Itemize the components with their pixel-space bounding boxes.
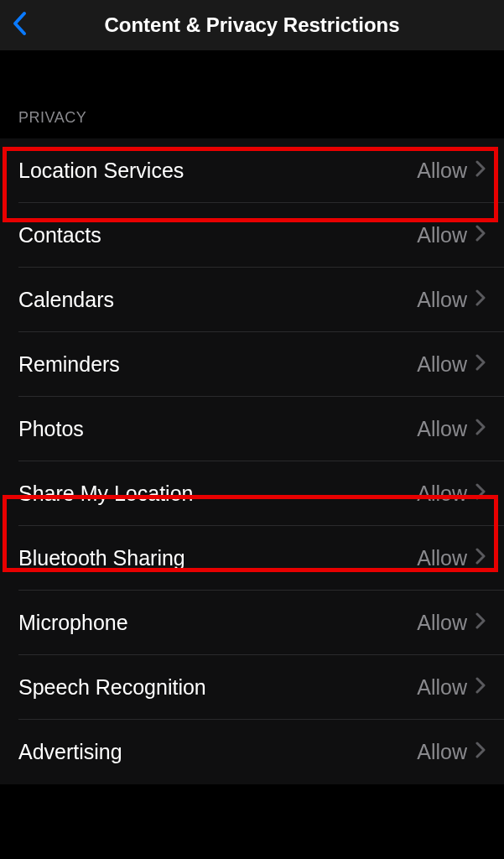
row-reminders[interactable]: RemindersAllow bbox=[0, 332, 504, 397]
chevron-right-icon bbox=[475, 160, 486, 182]
chevron-right-icon bbox=[475, 677, 486, 699]
row-right-group: Allow bbox=[417, 482, 486, 506]
row-share-my-location[interactable]: Share My LocationAllow bbox=[0, 461, 504, 526]
row-value: Allow bbox=[417, 159, 467, 183]
row-label: Bluetooth Sharing bbox=[18, 546, 185, 570]
nav-header: Content & Privacy Restrictions bbox=[0, 0, 504, 50]
chevron-right-icon bbox=[475, 419, 486, 440]
chevron-right-icon bbox=[475, 289, 486, 311]
row-contacts[interactable]: ContactsAllow bbox=[0, 203, 504, 268]
row-right-group: Allow bbox=[417, 223, 486, 247]
row-value: Allow bbox=[417, 611, 467, 635]
row-right-group: Allow bbox=[417, 417, 486, 441]
chevron-right-icon bbox=[475, 742, 486, 763]
row-right-group: Allow bbox=[417, 546, 486, 570]
row-value: Allow bbox=[417, 223, 467, 247]
row-label: Advertising bbox=[18, 740, 122, 764]
row-microphone[interactable]: MicrophoneAllow bbox=[0, 591, 504, 655]
chevron-right-icon bbox=[475, 225, 486, 247]
row-value: Allow bbox=[417, 740, 467, 764]
row-label: Contacts bbox=[18, 223, 101, 247]
section-header-privacy: PRIVACY bbox=[0, 109, 504, 138]
row-value: Allow bbox=[417, 482, 467, 506]
row-label: Reminders bbox=[18, 352, 120, 377]
row-right-group: Allow bbox=[417, 611, 486, 635]
chevron-right-icon bbox=[475, 483, 486, 505]
row-right-group: Allow bbox=[417, 740, 486, 764]
row-label: Speech Recognition bbox=[18, 675, 206, 700]
row-right-group: Allow bbox=[417, 675, 486, 700]
row-photos[interactable]: PhotosAllow bbox=[0, 397, 504, 461]
row-location-services[interactable]: Location ServicesAllow bbox=[0, 138, 504, 203]
page-title: Content & Privacy Restrictions bbox=[12, 13, 492, 37]
chevron-right-icon bbox=[475, 612, 486, 634]
row-calendars[interactable]: CalendarsAllow bbox=[0, 268, 504, 332]
row-speech-recognition[interactable]: Speech RecognitionAllow bbox=[0, 655, 504, 720]
chevron-right-icon bbox=[475, 354, 486, 376]
row-label: Microphone bbox=[18, 611, 128, 635]
content-area: PRIVACY Location ServicesAllowContactsAl… bbox=[0, 50, 504, 784]
row-value: Allow bbox=[417, 546, 467, 570]
row-advertising[interactable]: AdvertisingAllow bbox=[0, 720, 504, 784]
back-button[interactable] bbox=[12, 8, 27, 44]
settings-list: Location ServicesAllowContactsAllowCalen… bbox=[0, 138, 504, 784]
row-right-group: Allow bbox=[417, 288, 486, 312]
row-value: Allow bbox=[417, 288, 467, 312]
row-bluetooth-sharing[interactable]: Bluetooth SharingAllow bbox=[0, 526, 504, 591]
row-value: Allow bbox=[417, 675, 467, 700]
row-label: Share My Location bbox=[18, 482, 193, 506]
row-value: Allow bbox=[417, 417, 467, 441]
row-label: Location Services bbox=[18, 159, 184, 183]
row-label: Calendars bbox=[18, 288, 114, 312]
row-right-group: Allow bbox=[417, 159, 486, 183]
row-right-group: Allow bbox=[417, 352, 486, 377]
row-label: Photos bbox=[18, 417, 84, 441]
row-value: Allow bbox=[417, 352, 467, 377]
chevron-right-icon bbox=[475, 548, 486, 570]
